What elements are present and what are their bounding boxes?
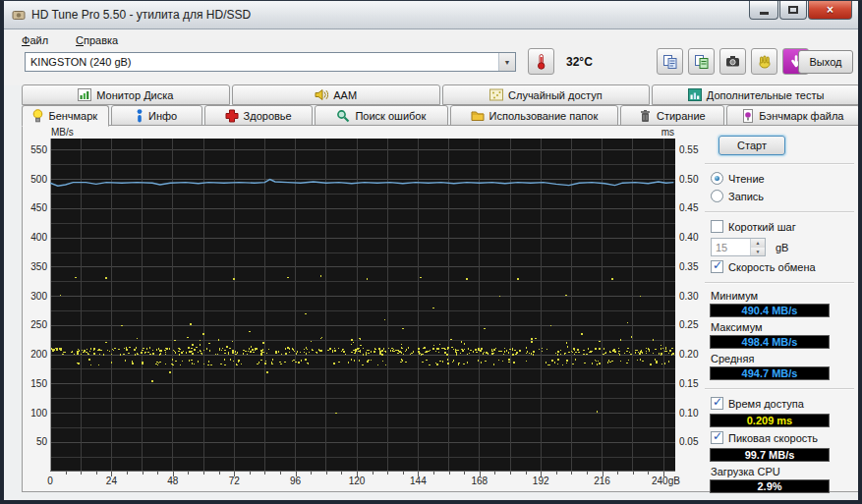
cpu-usage-value: 2.9%: [710, 479, 830, 493]
spinner-arrows[interactable]: ▲▼: [750, 239, 765, 255]
tabs-secondary: Монитор Диска AAM Случайный доступ Допол…: [22, 84, 860, 105]
y-axis-right-tick: 0.20: [679, 349, 709, 360]
disk-monitor-icon: [78, 88, 91, 101]
burst-rate-checkbox[interactable]: Пиковая скорость: [711, 430, 854, 445]
screenshot-button[interactable]: [719, 48, 746, 75]
minimize-button[interactable]: [749, 1, 778, 20]
divider: [705, 163, 854, 165]
y-axis-left-tick: 350: [25, 261, 47, 272]
y-axis-left-tick: 550: [25, 144, 47, 155]
read-radio[interactable]: Чтение: [711, 171, 854, 186]
tab-folder-usage[interactable]: Использование папок: [450, 105, 618, 126]
spin-up-icon[interactable]: ▲: [751, 239, 765, 248]
hand-icon: [757, 54, 773, 70]
y-axis-left-tick: 250: [25, 319, 47, 330]
avg-label: Средняя: [711, 353, 854, 364]
lightbulb-icon: [32, 109, 43, 123]
y-axis-left-unit: MB/s: [51, 127, 74, 138]
tab-extra-tests[interactable]: Дополнительные тесты: [652, 84, 860, 105]
stride-unit-label: gB: [776, 242, 788, 253]
health-cross-icon: [225, 109, 239, 123]
window-title: HD Tune Pro 5.50 - утилита для HD/SSD: [31, 8, 251, 22]
tab-benchmark[interactable]: Бенчмарк: [22, 105, 109, 127]
max-label: Максимум: [711, 321, 854, 333]
min-label: Минимум: [711, 290, 854, 302]
spin-down-icon[interactable]: ▼: [751, 248, 765, 256]
y-axis-left-tick: 50: [25, 436, 47, 447]
hand-tool-button[interactable]: [751, 48, 777, 75]
x-axis-last-tick: 240gB: [652, 476, 691, 486]
tab-file-benchmark[interactable]: Бэнчмарк файла: [726, 105, 860, 126]
maximize-button[interactable]: [779, 1, 807, 20]
temperature-button[interactable]: [528, 48, 554, 75]
divider: [705, 388, 854, 390]
folder-icon: [471, 109, 485, 122]
tab-aam[interactable]: AAM: [232, 84, 440, 105]
stride-size-input[interactable]: 15 ▲▼: [711, 238, 766, 256]
burst-rate-value: 99.7 MB/s: [710, 448, 830, 462]
read-radio-label: Чтение: [728, 173, 765, 185]
tab-label: Инфо: [148, 110, 177, 122]
x-axis-tick: 168: [465, 476, 494, 486]
tab-info[interactable]: Инфо: [111, 105, 202, 126]
benchmark-tab-content: MB/s ms Старт Чтение Запись Короткий шаг: [22, 125, 860, 492]
tab-error-scan[interactable]: Поиск ошибок: [315, 105, 448, 126]
x-axis-tick: 48: [158, 476, 188, 486]
y-axis-right-tick: 0.50: [679, 174, 709, 185]
radio-selected-icon: [711, 172, 723, 185]
tab-label: Бенчмарк: [48, 110, 97, 122]
avg-value: 494.7 MB/s: [710, 366, 830, 380]
checkbox-unchecked-icon: [711, 220, 723, 233]
y-axis-left-tick: 200: [25, 349, 47, 360]
menu-help[interactable]: Справка: [72, 32, 122, 48]
transfer-rate-checkbox[interactable]: Скорость обмена: [711, 259, 854, 274]
camera-icon: [725, 54, 741, 69]
tab-label: Дополнительные тесты: [707, 89, 825, 101]
short-stride-label: Короткий шаг: [728, 221, 796, 233]
y-axis-left-tick: 500: [25, 174, 47, 185]
copy-pages-icon: [662, 54, 678, 70]
tab-random-access[interactable]: Случайный доступ: [442, 84, 651, 105]
short-stride-checkbox[interactable]: Короткий шаг: [711, 219, 854, 234]
x-axis-tick: 216: [588, 476, 617, 486]
write-radio[interactable]: Запись: [711, 189, 854, 203]
start-button[interactable]: Старт: [718, 136, 785, 155]
transfer-rate-label: Скорость обмена: [728, 261, 816, 273]
y-axis-left-tick: 300: [25, 291, 47, 302]
drive-select[interactable]: KINGSTON (240 gB) ▼: [25, 52, 516, 72]
tab-health[interactable]: Здоровье: [204, 105, 313, 126]
y-axis-left-tick: 400: [25, 232, 47, 243]
divider: [705, 282, 854, 284]
copy-to-file-button[interactable]: [688, 48, 715, 75]
copy-file-icon: [694, 54, 710, 70]
burst-rate-label: Пиковая скорость: [728, 432, 818, 444]
checkbox-checked-icon: [711, 397, 723, 410]
close-button[interactable]: ×: [808, 1, 852, 20]
access-time-checkbox[interactable]: Время доступа: [711, 396, 854, 411]
access-time-label: Время доступа: [728, 398, 804, 410]
y-axis-right-tick: 0.45: [679, 202, 709, 213]
max-value: 498.4 MB/s: [710, 335, 830, 349]
menu-file[interactable]: Файл: [18, 32, 52, 48]
checkbox-checked-icon: [711, 431, 723, 444]
copy-clipboard-button[interactable]: [657, 48, 683, 75]
tab-erase[interactable]: Стирание: [620, 105, 724, 126]
chevron-down-icon[interactable]: ▼: [498, 53, 515, 71]
tab-disk-monitor[interactable]: Монитор Диска: [22, 84, 230, 105]
y-axis-right-tick: 0.40: [679, 232, 709, 243]
tab-label: AAM: [333, 89, 357, 101]
thermometer-icon: [534, 53, 548, 70]
magnifier-icon: [336, 109, 350, 123]
tab-label: Бэнчмарк файла: [759, 110, 843, 122]
trash-icon: [639, 109, 652, 123]
y-axis-right-tick: 0.25: [679, 319, 709, 330]
random-access-icon: [489, 88, 503, 101]
exit-button[interactable]: Выход: [798, 50, 853, 74]
divider: [705, 211, 854, 213]
tabs-main: Бенчмарк Инфо Здоровье Поиск ошибок Испо…: [22, 105, 860, 126]
drive-select-value: KINGSTON (240 gB): [26, 56, 498, 68]
app-window: HD Tune Pro 5.50 - утилита для HD/SSD × …: [0, 0, 862, 504]
write-radio-label: Запись: [728, 191, 764, 202]
y-axis-right-tick: 0.55: [679, 144, 709, 155]
close-icon: ×: [827, 3, 833, 17]
